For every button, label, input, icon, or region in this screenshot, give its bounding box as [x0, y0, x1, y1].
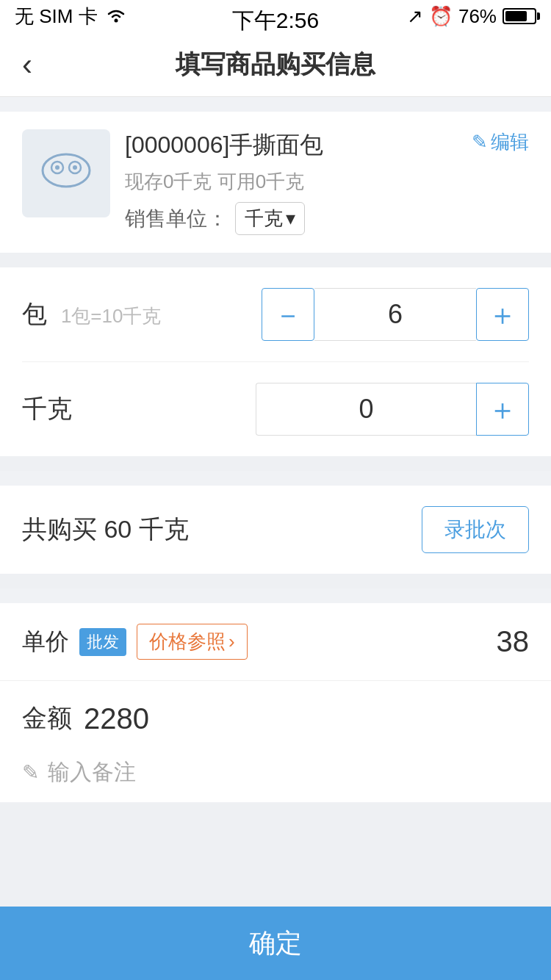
page-title: 填写商品购买信息 [176, 48, 375, 82]
kg-row: 千克 ＋ [22, 362, 529, 456]
price-ref-button[interactable]: 价格参照 › [137, 624, 248, 660]
kg-label: 千克 [22, 394, 72, 422]
svg-point-5 [73, 165, 77, 170]
product-stock: 现存0千克 可用0千克 [125, 169, 529, 195]
section-divider-1 [0, 253, 551, 267]
product-card: [0000006]手撕面包 现存0千克 可用0千克 销售单位： 千克 ▾ ✎ 编… [0, 112, 551, 253]
price-ref-label: 价格参照 [149, 629, 226, 655]
edit-label: 编辑 [491, 129, 529, 155]
total-unit: 千克 [139, 515, 189, 543]
wifi-icon [105, 5, 127, 28]
confirm-button[interactable]: 确定 [0, 907, 551, 980]
input-section: 包 1包=10千克 － ＋ 千克 ＋ [0, 267, 551, 456]
unit-value: 千克 [245, 206, 283, 231]
battery-fill [505, 11, 527, 21]
status-left: 无 SIM 卡 [15, 4, 127, 29]
product-unit-row: 销售单位： 千克 ▾ [125, 202, 529, 235]
amount-label: 金额 [22, 702, 72, 735]
pack-label-group: 包 1包=10千克 [22, 298, 161, 331]
dropdown-icon: ▾ [286, 207, 295, 230]
pack-label: 包 [22, 300, 47, 328]
edit-icon: ✎ [472, 131, 488, 154]
kg-qty-input[interactable] [256, 383, 476, 436]
svg-point-1 [43, 154, 90, 187]
product-logo [37, 148, 96, 199]
status-time: 下午2:56 [232, 6, 319, 36]
edit-button[interactable]: ✎ 编辑 [472, 129, 529, 155]
kg-increment-button[interactable]: ＋ [476, 383, 529, 436]
batch-button[interactable]: 录批次 [422, 506, 529, 553]
total-label: 共购买 [22, 515, 97, 543]
section-divider-3 [0, 574, 551, 588]
price-ref-arrow: › [228, 630, 235, 653]
location-icon: ↗ [407, 5, 423, 28]
amount-section: 金额 2280 ✎ 输入备注 [0, 681, 551, 802]
carrier-text: 无 SIM 卡 [15, 4, 98, 29]
pack-qty-control: － ＋ [262, 288, 529, 341]
product-image [22, 129, 110, 217]
amount-value: 2280 [84, 702, 149, 735]
section-divider-2 [0, 456, 551, 471]
pack-hint: 1包=10千克 [61, 305, 162, 327]
unit-label: 销售单位： [125, 205, 228, 233]
status-right: ↗ ⏰ 76% [407, 5, 536, 28]
remark-placeholder: 输入备注 [48, 757, 136, 788]
alarm-icon: ⏰ [429, 5, 453, 28]
svg-point-4 [55, 165, 60, 170]
pencil-icon: ✎ [22, 760, 39, 785]
battery-icon [503, 8, 536, 24]
pack-row: 包 1包=10千克 － ＋ [22, 267, 529, 362]
svg-point-0 [114, 18, 118, 22]
status-bar: 无 SIM 卡 下午2:56 ↗ ⏰ 76% [0, 0, 551, 32]
total-amount: 60 [104, 515, 132, 543]
battery-percent: 76% [458, 5, 497, 28]
pack-increment-button[interactable]: ＋ [476, 288, 529, 341]
price-left: 单价 批发 价格参照 › [22, 624, 248, 660]
kg-qty-control: ＋ [256, 383, 529, 436]
unit-select[interactable]: 千克 ▾ [235, 202, 305, 235]
price-value: 38 [497, 625, 530, 658]
product-name: [0000006]手撕面包 [125, 129, 529, 162]
total-section: 共购买 60 千克 录批次 [0, 486, 551, 574]
nav-bar: ‹ 填写商品购买信息 [0, 32, 551, 97]
amount-row: 金额 2280 [22, 702, 529, 735]
pack-qty-input[interactable] [314, 288, 476, 341]
pack-decrement-button[interactable]: － [262, 288, 314, 341]
product-info: [0000006]手撕面包 现存0千克 可用0千克 销售单位： 千克 ▾ [125, 129, 529, 235]
kg-label-group: 千克 [22, 392, 72, 426]
price-section: 单价 批发 价格参照 › 38 [0, 603, 551, 681]
batch-tag: 批发 [79, 628, 126, 656]
back-button[interactable]: ‹ [22, 47, 32, 82]
remark-row[interactable]: ✎ 输入备注 [22, 750, 529, 795]
total-text: 共购买 60 千克 [22, 513, 189, 547]
price-label: 单价 [22, 626, 69, 658]
